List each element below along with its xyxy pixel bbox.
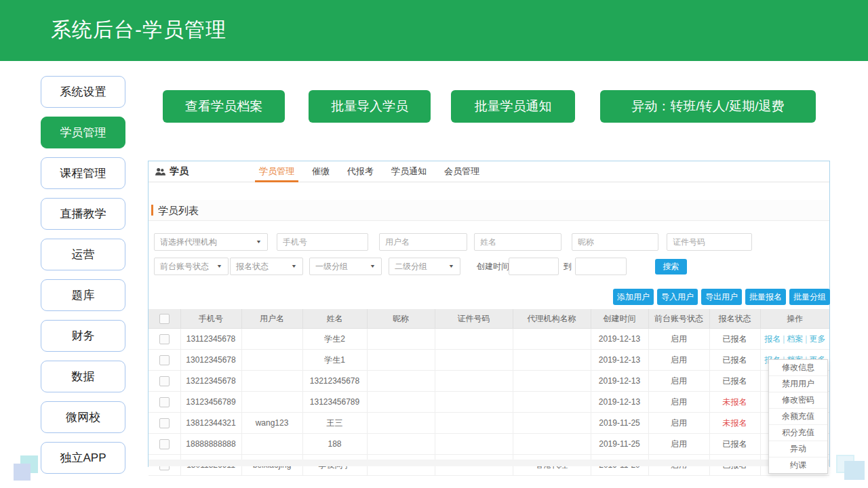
sidebar-item-1[interactable]: 系统设置 — [41, 76, 125, 108]
account-status-select[interactable]: 前台账号状态 ▼ — [154, 258, 229, 275]
table-row: 13812344321wang123王三2019-11-25启用未报名 — [149, 413, 829, 434]
menu-item-2[interactable]: 禁用用户 — [769, 375, 827, 392]
table-cell: 2019-12-13 — [591, 392, 648, 413]
column-header: 姓名 — [302, 309, 367, 329]
menu-item-5[interactable]: 积分充值 — [769, 424, 827, 441]
table-cell: 13112345678 — [180, 329, 241, 350]
menu-item-1[interactable]: 修改信息 — [769, 360, 827, 375]
menu-item-4[interactable]: 余额充值 — [769, 408, 827, 424]
tab-1[interactable]: 学员管理 — [255, 161, 298, 182]
row-checkbox[interactable] — [159, 334, 170, 344]
table-cell: 学生1 — [302, 350, 367, 371]
quick-action-button-3[interactable]: 批量学员通知 — [451, 90, 575, 123]
username-input[interactable] — [379, 233, 467, 251]
nickname-input[interactable] — [572, 233, 658, 251]
row-action-link-3[interactable]: 更多 — [809, 334, 825, 344]
table-cell — [435, 371, 513, 392]
row-checkbox[interactable] — [159, 376, 170, 386]
section-title: 学员列表 — [158, 205, 199, 218]
sidebar-item-9[interactable]: 微网校 — [41, 401, 125, 433]
row-actions-cell: 报名|档案|更多 — [760, 329, 829, 350]
row-action-link-1[interactable]: 报名 — [764, 334, 781, 344]
tab-5[interactable]: 会员管理 — [440, 161, 484, 182]
tab-3[interactable]: 代报考 — [343, 161, 378, 182]
select-all-checkbox[interactable] — [159, 314, 170, 324]
table-cell: 王三 — [302, 413, 367, 434]
table-cell — [241, 371, 302, 392]
table-action-button-1[interactable]: 添加用户 — [613, 289, 654, 305]
group2-select[interactable]: 二级分组 ▼ — [389, 258, 460, 275]
sidebar-item-3[interactable]: 课程管理 — [41, 157, 125, 189]
table-cell: 13123456789 — [302, 392, 367, 413]
corner-decoration — [14, 464, 31, 481]
table-cell: 18888888888 — [180, 434, 241, 455]
phone-input[interactable] — [277, 233, 368, 251]
section-accent-bar — [151, 205, 153, 216]
agency-select[interactable]: 请选择代理机构 ▼ — [154, 233, 268, 251]
table-action-button-3[interactable]: 导出用户 — [701, 289, 742, 305]
chevron-down-icon: ▼ — [216, 264, 222, 269]
row-checkbox-cell — [149, 434, 180, 455]
more-actions-menu: 修改信息禁用用户修改密码余额充值积分充值异动约课 — [768, 359, 828, 474]
table-action-button-2[interactable]: 导入用户 — [657, 289, 698, 305]
row-checkbox[interactable] — [159, 355, 170, 365]
row-checkbox[interactable] — [159, 397, 170, 407]
table-action-button-5[interactable]: 批量分组 — [789, 289, 830, 305]
page-header: 系统后台-学员管理 — [0, 0, 868, 61]
table-cell — [367, 434, 435, 455]
sidebar-item-2[interactable]: 学员管理 — [41, 117, 125, 148]
column-header: 昵称 — [367, 309, 435, 329]
name-input[interactable] — [474, 233, 561, 251]
student-panel: 学员 学员管理催缴代报考学员通知会员管理 学员列表 请选择代理机构 ▼ 前台账号… — [148, 161, 830, 467]
table-row: 188888888881882019-11-25启用已报名 — [149, 434, 829, 455]
sidebar-item-4[interactable]: 直播教学 — [41, 198, 125, 230]
row-checkbox-cell — [149, 329, 180, 350]
table-cell — [367, 392, 435, 413]
table-cell: 188 — [302, 434, 367, 455]
table-cell — [435, 350, 513, 371]
table-cell — [435, 413, 513, 434]
table-cell — [513, 371, 591, 392]
reg-status-select[interactable]: 报名状态 ▼ — [230, 258, 303, 275]
reg-status-cell: 已报名 — [709, 434, 760, 455]
row-checkbox[interactable] — [159, 418, 170, 428]
sidebar-item-8[interactable]: 数据 — [41, 361, 125, 392]
row-checkbox[interactable] — [159, 439, 170, 449]
quick-action-button-4[interactable]: 异动：转班/转人/延期/退费 — [600, 90, 816, 123]
column-header: 证件号码 — [435, 309, 513, 329]
menu-item-3[interactable]: 修改密码 — [769, 392, 827, 408]
page-title: 系统后台-学员管理 — [51, 16, 226, 44]
menu-item-6[interactable]: 异动 — [769, 441, 827, 457]
row-checkbox-cell — [149, 392, 180, 413]
sidebar-item-6[interactable]: 题库 — [41, 279, 125, 311]
agency-select-value: 请选择代理机构 — [160, 237, 217, 248]
sidebar-item-5[interactable]: 运营 — [41, 239, 125, 270]
table-cell: 13212345678 — [180, 371, 241, 392]
chevron-down-icon: ▼ — [448, 264, 454, 269]
sidebar-item-7[interactable]: 财务 — [41, 320, 125, 352]
table-cell: 启用 — [648, 392, 709, 413]
sidebar-item-10[interactable]: 独立APP — [41, 442, 125, 474]
quick-action-button-1[interactable]: 查看学员档案 — [163, 90, 285, 123]
tab-2[interactable]: 催缴 — [308, 161, 334, 182]
panel-tabbar: 学员 学员管理催缴代报考学员通知会员管理 — [149, 161, 829, 182]
table-cell: wang123 — [241, 413, 302, 434]
table-cell: 2019-11-25 — [591, 413, 648, 434]
menu-item-7[interactable]: 约课 — [769, 457, 827, 473]
table-cell — [367, 329, 435, 350]
group1-select[interactable]: 一级分组 ▼ — [309, 258, 382, 275]
table-action-button-4[interactable]: 批量报名 — [745, 289, 786, 305]
table-cell — [367, 371, 435, 392]
quick-action-button-2[interactable]: 批量导入学员 — [309, 90, 431, 123]
created-to-input[interactable] — [575, 258, 627, 275]
id-number-input[interactable] — [667, 233, 752, 251]
row-action-link-2[interactable]: 档案 — [787, 334, 803, 344]
row-checkbox-cell — [149, 350, 180, 371]
created-from-input[interactable] — [509, 258, 559, 275]
table-footer-strip — [149, 460, 829, 466]
link-separator: | — [783, 334, 785, 344]
search-button[interactable]: 搜索 — [655, 259, 687, 274]
created-time-label: 创建时间 — [477, 258, 509, 275]
column-header: 报名状态 — [709, 309, 760, 329]
tab-4[interactable]: 学员通知 — [387, 161, 431, 182]
